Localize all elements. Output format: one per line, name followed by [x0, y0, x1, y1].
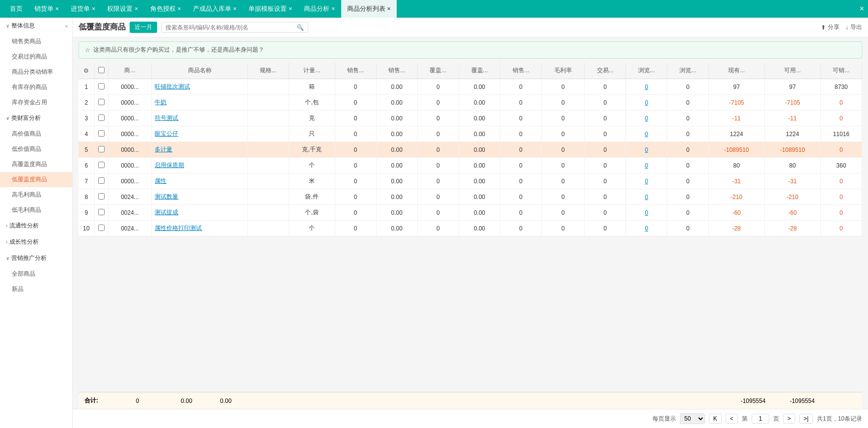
- row-browse1[interactable]: 0: [626, 189, 667, 205]
- row-checkbox[interactable]: [94, 79, 108, 95]
- row-browse1[interactable]: 0: [626, 173, 667, 189]
- col-browse2[interactable]: 浏览...: [667, 62, 708, 79]
- row-checkbox[interactable]: [94, 126, 108, 142]
- next-page-button[interactable]: >: [783, 414, 795, 424]
- sidebar-item-high-coverage[interactable]: 高覆盖度商品: [0, 157, 72, 172]
- sidebar-item-traded-goods[interactable]: 交易过的商品: [0, 49, 72, 64]
- row-checkbox[interactable]: [94, 95, 108, 111]
- col-current[interactable]: 现有...: [708, 62, 764, 79]
- row-name[interactable]: 属性价格打印测试: [152, 221, 247, 236]
- row-browse1[interactable]: 0: [626, 79, 667, 95]
- sidebar-item-stock-capital[interactable]: 库存资金占用: [0, 95, 72, 110]
- row-browse1[interactable]: 0: [626, 111, 667, 126]
- row-name[interactable]: 多计量: [152, 142, 247, 158]
- close-icon[interactable]: ×: [860, 4, 864, 13]
- sidebar-item-high-margin[interactable]: 高毛利商品: [0, 187, 72, 202]
- sidebar-item-low-value[interactable]: 低价值商品: [0, 142, 72, 157]
- row-cover1: 0: [417, 111, 459, 126]
- export-button[interactable]: ↓ 导出: [845, 23, 862, 31]
- table-wrapper[interactable]: ⚙ 商... 商品名称 规格... 计量... 销售... 销售... 覆盖..…: [79, 62, 862, 392]
- col-spec[interactable]: 规格...: [247, 62, 289, 79]
- sidebar-section-wealth[interactable]: ∨ 类财富分析: [0, 110, 72, 126]
- sidebar-item-low-margin[interactable]: 低毛利商品: [0, 202, 72, 218]
- sidebar-section-growth[interactable]: › 成长性分析: [0, 234, 72, 250]
- nav-item-analysis-list[interactable]: 商品分析列表 ×: [341, 0, 397, 18]
- sidebar-item-new-goods[interactable]: 新品: [0, 282, 72, 297]
- col-sales2[interactable]: 销售...: [376, 62, 417, 79]
- first-page-button[interactable]: K: [709, 414, 722, 424]
- share-button[interactable]: ⬆ 分享: [821, 23, 840, 31]
- col-browse1[interactable]: 浏览...: [626, 62, 667, 79]
- col-cover1[interactable]: 覆盖...: [417, 62, 459, 79]
- row-browse1[interactable]: 0: [626, 126, 667, 142]
- row-name[interactable]: 符号测试: [152, 111, 247, 126]
- row-unit: 个,包: [289, 95, 335, 111]
- row-checkbox[interactable]: [94, 221, 108, 236]
- row-checkbox[interactable]: [94, 158, 108, 173]
- row-checkbox[interactable]: [94, 189, 108, 205]
- table-row: 2 0000... 牛奶 个,包 0 0.00 0 0.00 0 0 0 0 0…: [79, 95, 862, 111]
- row-name[interactable]: 眼宝公仔: [152, 126, 247, 142]
- row-name[interactable]: 启用保质期: [152, 158, 247, 173]
- row-cover1: 0: [417, 173, 459, 189]
- row-name[interactable]: 属性: [152, 173, 247, 189]
- nav-item-home[interactable]: 首页: [4, 0, 28, 18]
- col-unit[interactable]: 计量...: [289, 62, 335, 79]
- sidebar-item-high-value[interactable]: 高价值商品: [0, 126, 72, 142]
- sidebar-section-marketing[interactable]: ∨ 营销推广分析: [0, 250, 72, 266]
- col-sales3[interactable]: 销售...: [500, 62, 542, 79]
- sidebar-collapse-btn[interactable]: «: [65, 22, 72, 29]
- col-trade[interactable]: 交易...: [585, 62, 626, 79]
- row-unit: 袋,件: [289, 189, 335, 205]
- date-filter-button[interactable]: 近一月: [130, 22, 157, 33]
- sidebar-section-overall[interactable]: ∨ 整体信息: [0, 18, 41, 34]
- main-layout: ∨ 整体信息 « 销售类商品 交易过的商品 商品分类动销率 有库存的商品 库存资…: [0, 18, 868, 428]
- row-cover1: 0: [417, 142, 459, 158]
- row-trade: 0: [585, 111, 626, 126]
- col-available[interactable]: 可用...: [764, 62, 820, 79]
- row-checkbox[interactable]: [94, 111, 108, 126]
- nav-item-roles[interactable]: 角色授权 ×: [144, 0, 187, 18]
- row-browse1[interactable]: 0: [626, 158, 667, 173]
- nav-item-analysis[interactable]: 商品分析 ×: [298, 0, 341, 18]
- col-sales1[interactable]: 销售...: [335, 62, 376, 79]
- row-browse1[interactable]: 0: [626, 142, 667, 158]
- row-browse1[interactable]: 0: [626, 205, 667, 221]
- col-name[interactable]: 商品名称: [152, 62, 247, 79]
- last-page-button[interactable]: >|: [799, 414, 813, 424]
- search-input[interactable]: [165, 24, 297, 31]
- sidebar-item-category-rate[interactable]: 商品分类动销率: [0, 64, 72, 80]
- row-name[interactable]: 测试数量: [152, 189, 247, 205]
- sidebar-item-all-goods[interactable]: 全部商品: [0, 266, 72, 282]
- row-name[interactable]: 旺铺批次测试: [152, 79, 247, 95]
- row-checkbox[interactable]: [94, 205, 108, 221]
- row-name[interactable]: 牛奶: [152, 95, 247, 111]
- select-all-checkbox[interactable]: [98, 67, 105, 73]
- row-checkbox[interactable]: [94, 142, 108, 158]
- nav-item-products[interactable]: 产成品入库单 ×: [187, 0, 243, 18]
- nav-item-sales[interactable]: 销货单 ×: [28, 0, 65, 18]
- page-number-input[interactable]: [752, 414, 769, 424]
- col-gear[interactable]: ⚙: [79, 62, 94, 79]
- col-sellable[interactable]: 可销...: [820, 62, 862, 79]
- prev-page-button[interactable]: <: [726, 414, 738, 424]
- row-name[interactable]: 测试提成: [152, 205, 247, 221]
- sidebar-item-stocked-goods[interactable]: 有库存的商品: [0, 80, 72, 95]
- row-current: 97: [708, 79, 764, 95]
- nav-item-permissions[interactable]: 权限设置 ×: [101, 0, 144, 18]
- col-margin[interactable]: 毛利率: [542, 62, 585, 79]
- sidebar-section-liquidity[interactable]: › 流通性分析: [0, 218, 72, 234]
- nav-item-purchase[interactable]: 进货单 ×: [65, 0, 101, 18]
- table-row: 1 0000... 旺铺批次测试 箱 0 0.00 0 0.00 0 0 0 0…: [79, 79, 862, 95]
- row-browse1[interactable]: 0: [626, 95, 667, 111]
- sidebar-item-low-coverage[interactable]: 低覆盖度商品: [0, 172, 72, 187]
- sidebar-item-sales-goods[interactable]: 销售类商品: [0, 34, 72, 49]
- per-page-select[interactable]: 50 100 200: [680, 413, 705, 424]
- col-code[interactable]: 商...: [108, 62, 152, 79]
- row-browse1[interactable]: 0: [626, 221, 667, 236]
- col-cover2[interactable]: 覆盖...: [459, 62, 500, 79]
- nav-item-templates[interactable]: 单据模板设置 ×: [243, 0, 298, 18]
- row-sellable: 0: [820, 95, 862, 111]
- header-actions: ⬆ 分享 ↓ 导出: [821, 23, 862, 31]
- row-checkbox[interactable]: [94, 173, 108, 189]
